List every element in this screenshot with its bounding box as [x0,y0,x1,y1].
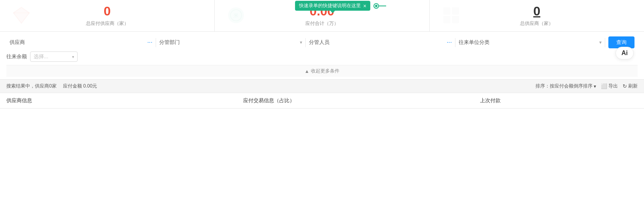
filter-supplier: 供应商 ··· [6,38,156,47]
filter-row-2: 往来余额 选择... ▾ [6,51,638,62]
collapse-button[interactable]: ▲ 收起更多条件 [6,65,638,77]
manager-dots[interactable]: ··· [447,39,452,46]
grid-icon [442,6,461,26]
results-info: 搜索结果中，供应商0家 应付金额 0.00元 [6,83,97,90]
diamond-icon [12,6,31,26]
manager-label: 分管人员 [309,39,330,46]
col-header-trade: 应付交易信息（占比） [243,97,480,104]
export-button[interactable]: ⬜ 导出 [601,83,618,90]
tooltip-text: 快速录单的快捷键说明在这里 [299,2,361,9]
stat-payable-total: 米 快速录单的快捷键说明在这里 × 0.00 应付合计（万） [215,0,429,31]
refresh-label: 刷新 [628,83,638,90]
tooltip-line [378,6,386,6]
ai-badge[interactable]: Ai [615,47,634,59]
col-header-supplier: 供应商信息 [6,97,243,104]
stats-bar: 0 总应付供应商（家） 米 快速录单的快捷键说明在这里 × 0.00 应付合计（… [0,0,644,32]
collapse-icon: ▲ [305,69,309,74]
export-icon: ⬜ [601,83,607,89]
department-arrow[interactable]: ▾ [300,40,302,45]
supplier-count-label: 搜索结果中，供应商0家 [6,83,57,90]
amount-label: 应付金额 0.00元 [63,83,97,90]
export-label: 导出 [608,83,618,90]
department-label: 分管部门 [159,39,180,46]
filter-area: 供应商 ··· 分管部门 ▾ 分管人员 ··· 往来单位分类 ▾ 查询 往来余额 [0,32,644,80]
svg-rect-6 [452,16,459,23]
svg-rect-4 [452,7,459,14]
department-input[interactable] [183,38,298,47]
tooltip-dot [374,4,378,8]
unit-category-label: 往来单位分类 [459,39,490,46]
stat-total-payable-suppliers: 0 总应付供应商（家） [0,0,215,31]
refresh-icon: ↻ [623,83,627,89]
supplier-input[interactable] [28,38,146,47]
unit-category-input[interactable] [493,38,598,47]
table-header: 供应商信息 应付交易信息（占比） 上次付款 [0,93,644,109]
balance-select[interactable]: 选择... ▾ [30,51,78,62]
coin-icon: 米 [227,6,246,26]
sort-button[interactable]: 排序：按应付会额倒序排序 ▾ [535,83,596,90]
table-body [0,109,644,204]
supplier-dots[interactable]: ··· [147,39,152,46]
filter-manager: 分管人员 ··· [306,38,455,47]
balance-placeholder: 选择... [34,53,72,60]
stat-label-payable-total: 应付合计（万） [305,20,339,27]
sort-arrow: ▾ [594,84,596,89]
results-bar: 搜索结果中，供应商0家 应付金额 0.00元 排序：按应付会额倒序排序 ▾ ⬜ … [0,80,644,93]
manager-input[interactable] [333,38,445,47]
refresh-button[interactable]: ↻ 刷新 [623,83,638,90]
sort-label: 排序：按应付会额倒序排序 [535,83,593,90]
balance-arrow: ▾ [72,55,74,59]
col-header-payment: 上次付款 [480,97,638,104]
shortcut-tooltip: 快速录单的快捷键说明在这里 × [295,1,370,11]
supplier-label: 供应商 [10,39,25,46]
stat-total-suppliers: 0 总供应商（家） [430,0,644,31]
svg-rect-3 [443,7,450,14]
stat-number-payable-suppliers: 0 [104,4,111,18]
stat-label-payable-suppliers: 总应付供应商（家） [86,20,129,27]
svg-text:米: 米 [233,12,239,18]
filter-department: 分管部门 ▾ [156,38,306,47]
results-actions: 排序：按应付会额倒序排序 ▾ ⬜ 导出 ↻ 刷新 [535,83,638,90]
svg-rect-5 [443,16,450,23]
unit-category-arrow[interactable]: ▾ [599,40,602,45]
stat-number-total-suppliers: 0 [533,4,540,18]
filter-row-1: 供应商 ··· 分管部门 ▾ 分管人员 ··· 往来单位分类 ▾ 查询 [6,36,638,48]
balance-label: 往来余额 [6,53,27,60]
filter-unit-category: 往来单位分类 ▾ [455,38,605,47]
tooltip-close-button[interactable]: × [363,3,366,9]
collapse-label: 收起更多条件 [311,68,339,74]
stat-label-total-suppliers: 总供应商（家） [520,20,553,27]
